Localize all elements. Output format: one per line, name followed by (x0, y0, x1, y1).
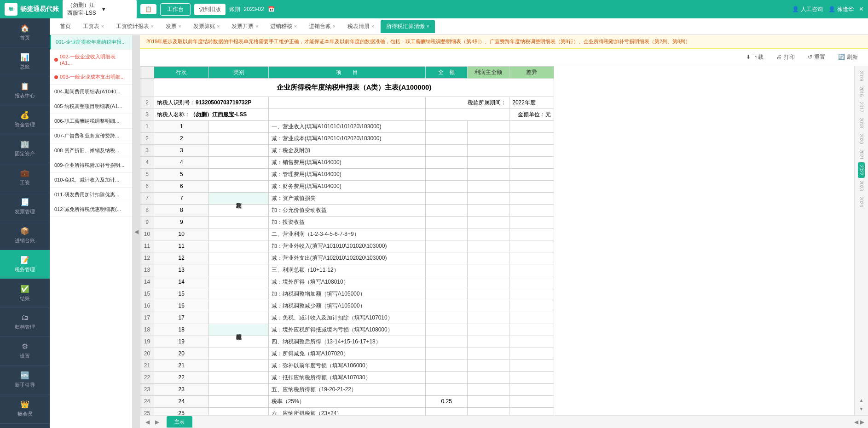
tab-tax-clear[interactable]: 税表清册 × (342, 20, 380, 33)
sidebar-item-settle[interactable]: ✅ 结账 (0, 279, 50, 308)
company-selector[interactable]: （勿删）江西服宝-LSS ▼ (63, 0, 137, 19)
diff-cell[interactable] (509, 383, 554, 395)
left-panel-item-004[interactable]: 004-期间费用明细表(A1040... (50, 85, 132, 99)
sidebar-item-invoice[interactable]: 🧾 发票管理 (0, 192, 50, 221)
diff-cell[interactable] (509, 371, 554, 383)
profit-cell[interactable] (468, 156, 509, 168)
tab-purchase-check[interactable]: 进销稽核 × (265, 20, 302, 33)
diff-cell[interactable] (509, 252, 554, 264)
diff-cell[interactable] (509, 168, 554, 180)
value-cell[interactable] (426, 288, 468, 300)
tab-purchase-ledger[interactable]: 进销台账 × (303, 20, 341, 33)
value-cell[interactable] (426, 312, 468, 324)
diff-cell[interactable] (509, 156, 554, 168)
diff-cell[interactable] (509, 228, 554, 240)
table-container[interactable]: 行次 类别 项 目 全 额 利润主全额 差异 企业所得税年度纳税申报表（A类）主… (140, 66, 854, 416)
download-button[interactable]: ⬇ 下载 (742, 51, 767, 63)
profit-cell[interactable] (468, 216, 509, 228)
sidebar-item-report[interactable]: 📋 报表中心 (0, 76, 50, 105)
tab-income-tax[interactable]: 所得税汇算清缴 × (381, 20, 435, 33)
diff-cell[interactable] (509, 300, 554, 312)
year-2021[interactable]: 2021 (858, 147, 865, 162)
tab-salary-report[interactable]: 工资统计报表 × (110, 20, 159, 33)
profit-cell[interactable] (468, 288, 509, 300)
cancel-pin-button[interactable]: 📌 取消固定 (0, 423, 50, 428)
profit-cell[interactable] (468, 204, 509, 216)
sidebar-item-tax[interactable]: 📝 税务管理 (0, 250, 50, 279)
sidebar-item-vip[interactable]: 👑 畅会员 (0, 394, 50, 423)
calendar-icon[interactable]: 📅 (268, 6, 275, 12)
diff-cell[interactable] (509, 348, 554, 360)
diff-cell[interactable] (509, 240, 554, 252)
tab-salary-close[interactable]: × (101, 24, 104, 29)
value-cell[interactable] (426, 348, 468, 360)
sidebar-item-guide[interactable]: 🆕 新手引导 (0, 365, 50, 394)
tab-purchase-ledger-close[interactable]: × (333, 24, 336, 29)
close-window-button[interactable]: × (859, 5, 863, 13)
profit-cell[interactable] (468, 144, 509, 156)
year-2019[interactable]: 2019 (858, 68, 865, 84)
diff-cell[interactable] (509, 312, 554, 324)
diff-cell[interactable] (509, 360, 554, 371)
value-cell[interactable] (426, 360, 468, 371)
year-nav-down[interactable]: ▼ (857, 405, 866, 413)
left-panel-item-005[interactable]: 005-纳税调整项目明细表(A1... (50, 99, 132, 114)
tab-invoice-calc-close[interactable]: × (217, 24, 220, 29)
year-2016[interactable]: 2016 (858, 84, 865, 99)
sidebar-item-assets[interactable]: 🏢 固定资产 (0, 134, 50, 163)
value-cell[interactable] (426, 132, 468, 144)
year-2024[interactable]: 2024 (858, 194, 865, 210)
value-cell[interactable] (426, 240, 468, 252)
year-2023[interactable]: 2023 (858, 178, 865, 194)
profit-cell[interactable] (468, 120, 509, 132)
sidebar-item-home[interactable]: 🏠 首页 (0, 18, 50, 47)
diff-cell[interactable] (509, 120, 554, 132)
tab-home[interactable]: 首页 (54, 20, 76, 33)
profit-cell[interactable] (468, 395, 509, 407)
value-cell[interactable] (426, 324, 468, 336)
tab-invoice-open[interactable]: 发票开票 × (226, 20, 264, 33)
value-cell[interactable] (426, 192, 468, 204)
tab-purchase-check-close[interactable]: × (294, 24, 297, 29)
scroll-right-icon[interactable]: ▶ (860, 419, 864, 425)
workspace-button[interactable]: 工作台 (160, 3, 191, 16)
value-cell[interactable] (426, 228, 468, 240)
tab-invoice-calc[interactable]: 发票算账 × (188, 20, 226, 33)
value-cell[interactable] (426, 276, 468, 288)
left-panel-item-011[interactable]: 011-研发费用加计扣除优惠... (50, 188, 132, 202)
scroll-left-icon[interactable]: ◀ (854, 419, 858, 425)
diff-cell[interactable] (509, 324, 554, 336)
tab-invoice-open-close[interactable]: × (255, 24, 258, 29)
sidebar-item-capital[interactable]: 💰 资金管理 (0, 105, 50, 134)
value-cell[interactable] (426, 180, 468, 192)
value-cell[interactable] (426, 264, 468, 276)
profit-cell[interactable] (468, 132, 509, 144)
diff-cell[interactable] (509, 192, 554, 204)
sheet-nav-right[interactable]: ▶ (153, 418, 161, 426)
tab-income-tax-close[interactable]: × (427, 24, 429, 29)
left-panel-item-012[interactable]: 012-减免所得税优惠明细表(... (50, 202, 132, 217)
diff-cell[interactable] (509, 132, 554, 144)
profit-cell[interactable] (468, 336, 509, 348)
sidebar-item-settings[interactable]: ⚙ 设置 (0, 337, 50, 365)
value-cell[interactable] (426, 144, 468, 156)
left-panel-item-007[interactable]: 007-广告费和业务宣传费跨... (50, 129, 132, 143)
left-panel-item-010[interactable]: 010-免税、减计收入及加计... (50, 173, 132, 188)
value-cell[interactable] (426, 336, 468, 348)
year-2020[interactable]: 2020 (858, 131, 865, 147)
year-2022[interactable]: 2022 (858, 162, 865, 178)
left-panel-item-003[interactable]: 003-一般企业成本支出明细... (50, 70, 132, 85)
value-cell[interactable] (426, 168, 468, 180)
sidebar-item-purchase[interactable]: 📦 进销台账 (0, 221, 50, 250)
left-panel-item-008[interactable]: 008-资产折旧、摊销及纳税... (50, 143, 132, 158)
profit-cell[interactable] (468, 276, 509, 288)
ai-consult-button[interactable]: 👤 人工咨询 (792, 6, 823, 13)
value-cell[interactable] (426, 407, 468, 415)
profit-cell[interactable] (468, 324, 509, 336)
year-nav-up[interactable]: ▲ (857, 396, 866, 405)
refresh-button[interactable]: 🔄 刷新 (834, 51, 862, 63)
sheet-tab-main[interactable]: 主表 (167, 416, 192, 428)
reset-button[interactable]: ↺ 重置 (804, 51, 829, 63)
diff-cell[interactable] (509, 395, 554, 407)
value-cell[interactable] (426, 371, 468, 383)
